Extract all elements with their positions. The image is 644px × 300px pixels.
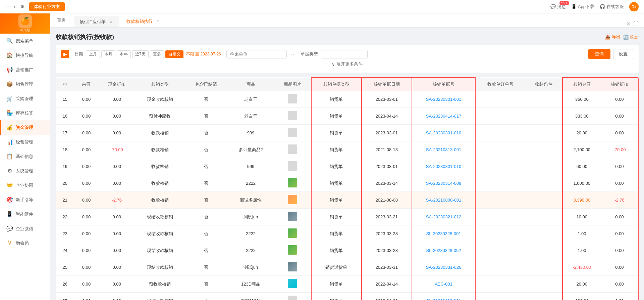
table-row: 20 0.00 0.00 收款核销 否 2222 销货单 2023-03-14 …	[56, 175, 638, 192]
bill-no-link[interactable]: SA-20230321-012	[426, 214, 462, 219]
bill-no-link[interactable]: SA-20230314-008	[426, 181, 462, 186]
cell-cancel-type: 预付冲应收	[135, 108, 184, 125]
cell-balance: 0.00	[74, 293, 98, 300]
cell-cash-discount: 0.00	[99, 276, 136, 293]
bill-no-link[interactable]: SA-20230301-010	[426, 164, 462, 169]
service-label: 在线客服	[606, 4, 624, 10]
cell-cancel-type: 现结收款核销	[135, 225, 184, 242]
app-download[interactable]: 📱 App下载	[571, 4, 594, 10]
bill-no-link[interactable]: SA-20210813-001	[426, 147, 462, 152]
cell-product: 123D商品	[227, 276, 274, 293]
last-month-btn[interactable]: 上月	[86, 50, 100, 58]
sidebar-item-marketing[interactable]: 📢 营销推广	[0, 62, 50, 77]
cell-id: 20	[56, 175, 74, 192]
cell-receipt-condition	[525, 125, 562, 141]
cell-product-image	[274, 125, 311, 141]
export-button[interactable]: 📤 导出	[605, 34, 621, 40]
th-receipt-condition: 收款条件	[525, 78, 562, 91]
close-window-icon[interactable]: ✕	[626, 21, 631, 27]
custom-date-btn[interactable]: 自定义	[165, 50, 183, 58]
this-year-btn[interactable]: 本年	[117, 50, 131, 58]
company-dropdown-icon[interactable]: ▾	[13, 4, 16, 9]
th-settings[interactable]: ⚙	[56, 78, 74, 91]
sidebar-item-sales[interactable]: 📦 销售管理	[0, 77, 50, 91]
refresh-button[interactable]: 🔄 刷新	[623, 34, 639, 40]
cell-cancel-amount: 333.00	[562, 108, 601, 125]
sidebar-item-base[interactable]: 📋 基础信息	[0, 149, 50, 164]
bill-no-link[interactable]: SA-20230301-010	[426, 130, 462, 135]
cell-product-image	[274, 108, 311, 125]
sidebar-item-newbie[interactable]: 🎯 新手引导	[0, 192, 50, 207]
chevron-right-icon: ▶	[63, 51, 67, 57]
cell-cancel-amount: 360.00	[562, 91, 601, 108]
bill-no-link[interactable]: SA-20230331-026	[426, 265, 462, 270]
tab-prepay[interactable]: 预付冲应付单 ×	[74, 16, 119, 27]
order-type-select[interactable]	[321, 50, 368, 58]
cell-receipt-order-no	[475, 175, 525, 192]
partner-input[interactable]	[226, 50, 287, 58]
sidebar-item-inventory[interactable]: 🏪 库存核算	[0, 106, 50, 120]
sidebar-item-purchase[interactable]: 🛒 采购管理	[0, 91, 50, 106]
cell-cancel-bill-no: SA-20230414-017	[412, 108, 476, 125]
cell-cancel-bill-type: 销货单	[311, 225, 362, 242]
solution-button[interactable]: 体验行业方案	[29, 2, 65, 11]
7days-btn[interactable]: 近7天	[132, 50, 149, 58]
message-badge[interactable]: 💬 消息 99+	[550, 4, 566, 10]
cell-id: 15	[56, 91, 74, 108]
sidebar-item-system[interactable]: ⚙ 系统管理	[0, 164, 50, 178]
main-table: ⚙ 余额 现金折扣 核销类型 包含已结清 商品 商品图片 核销单据类型 核销单据…	[56, 77, 639, 300]
sidebar-label-member: 畅会员	[16, 240, 29, 246]
th-include-settled: 包含已结清	[184, 78, 227, 91]
cell-receipt-order-no	[475, 91, 525, 108]
th-product: 商品	[227, 78, 274, 91]
tab-prepay-close[interactable]: ×	[108, 19, 114, 25]
cell-cancel-bill-no: SA-20210813-001	[412, 141, 476, 158]
tab-cancel[interactable]: 收款核销执行 ×	[121, 16, 166, 27]
bill-no-link[interactable]: SL-20230328-002	[426, 248, 461, 253]
company-name[interactable]	[5, 6, 11, 7]
cell-cancel-bill-date: 2023-03-14	[362, 175, 412, 192]
cell-cancel-type: 现金收款核销	[135, 91, 184, 108]
filter-expand-btn[interactable]: ▶	[61, 50, 69, 58]
cell-cash-discount: 0.00	[99, 242, 136, 259]
th-cash-discount: 现金折扣	[99, 78, 136, 91]
cell-cancel-type: 现结收款核销	[135, 293, 184, 300]
this-month-btn[interactable]: 本月	[101, 50, 115, 58]
sidebar-item-operations[interactable]: 📊 经营管理	[0, 135, 50, 149]
sidebar-item-quick-nav[interactable]: 🏠 快捷导航	[0, 48, 50, 62]
bill-no-link[interactable]: SL-20230328-001	[426, 231, 461, 236]
cell-cancel-discount: 0.00	[601, 276, 638, 293]
date-label: 日期	[74, 51, 83, 57]
cell-include-settled: 否	[184, 125, 227, 141]
online-service[interactable]: 🎧 在线客服	[600, 4, 624, 10]
cell-receipt-order-no	[475, 259, 525, 276]
cell-cancel-bill-date: 2023-03-28	[362, 242, 412, 259]
sidebar-item-enterprise[interactable]: 🤝 企业协同	[0, 178, 50, 192]
sidebar-item-search[interactable]: 🔍 搜索菜单	[0, 34, 50, 48]
expand-more-btn[interactable]: ∨ 展开更多条件	[332, 61, 363, 67]
sidebar-item-hardware[interactable]: 📱 智能硬件	[0, 207, 50, 221]
filter-action-btns: 查询 设置	[588, 49, 633, 59]
sidebar-item-member[interactable]: V 畅会员	[0, 236, 50, 250]
cell-cancel-amount: 3,390.00	[562, 192, 601, 209]
bill-no-link[interactable]: SA-20210808-001	[426, 198, 462, 203]
more-date-btn[interactable]: 更多	[150, 50, 164, 58]
table-row: 24 0.00 0.00 现结收款核销 否 2222 销货单 2023-03-2…	[56, 242, 638, 259]
sidebar-item-wechat[interactable]: 💬 企业微信	[0, 221, 50, 236]
query-button[interactable]: 查询	[588, 49, 610, 59]
user-profile[interactable]: Rit	[629, 2, 639, 11]
settings-gear-icon[interactable]: ⚙	[18, 3, 26, 11]
bill-no-link[interactable]: SA-20230414-017	[426, 114, 462, 119]
message-icon: 💬	[550, 4, 556, 9]
th-cancel-bill-no: 核销单据号	[412, 78, 476, 91]
bill-no-link[interactable]: SL-20230408-001	[426, 298, 461, 300]
setting-button[interactable]: 设置	[613, 49, 633, 59]
bill-no-link[interactable]: ABC-001	[435, 282, 452, 287]
sidebar-label-system: 系统管理	[16, 168, 33, 174]
cell-product: 2222	[227, 242, 274, 259]
bill-no-link[interactable]: SA-20230301-001	[426, 97, 462, 102]
tab-home[interactable]: 首页	[50, 13, 72, 27]
sidebar-item-finance[interactable]: 💰 资金管理	[0, 120, 50, 135]
tab-cancel-close[interactable]: ×	[155, 19, 161, 24]
fullscreen-icon[interactable]: ⛶	[633, 21, 639, 27]
